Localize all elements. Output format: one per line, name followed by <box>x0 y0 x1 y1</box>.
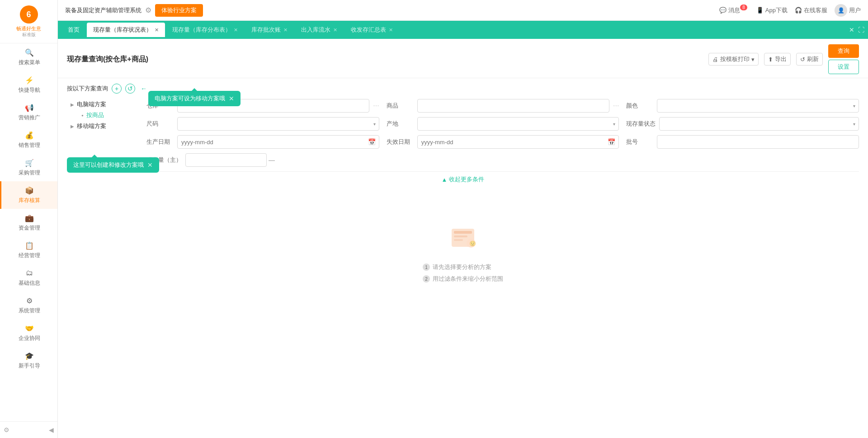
logo-area: 6 畅通好生意 标准版 <box>0 0 57 43</box>
scheme-popover1-text: 电脑方案可设为移动方案哦 <box>155 94 225 103</box>
batch-no-label: 批号 <box>626 138 653 146</box>
tab-batch-close[interactable]: ✕ <box>283 27 288 33</box>
inv-main-min[interactable] <box>185 153 267 167</box>
scheme-pc[interactable]: ▶ 电脑端方案 <box>67 99 139 110</box>
sidebar-item-basic[interactable]: 🗂 基础信息 <box>0 264 57 292</box>
tab-bar: 首页 现存量（库存状况表） ✕ 现存量（库存分布表） ✕ 库存批次账 ✕ 出入库… <box>58 21 868 39</box>
filter-row-1: 仓库 ··· 商品 ··· 颜色 <box>146 99 859 113</box>
scheme-mobile[interactable]: ▶ 移动端方案 <box>67 121 139 132</box>
collapse-btn[interactable]: ▲ 收起更多条件 <box>67 171 859 187</box>
sidebar-item-operation[interactable]: 📋 经营管理 <box>0 236 57 264</box>
export-button[interactable]: ⬆ 导出 <box>764 53 791 66</box>
exp-date-input[interactable] <box>417 135 619 149</box>
empty-state: 😟 1 请先选择要分析的方案 2 用过滤条件来缩小分析范围 <box>58 193 868 314</box>
color-select[interactable] <box>657 99 859 113</box>
sidebar-item-marketing[interactable]: 📢 营销推广 <box>0 99 57 126</box>
finance-icon: 💼 <box>25 213 34 222</box>
marketing-icon: 📢 <box>25 103 34 112</box>
avatar: 👤 <box>835 4 847 17</box>
experience-button[interactable]: 体验行业方案 <box>155 4 203 17</box>
step-1-text: 请先选择要分析的方案 <box>433 263 491 271</box>
quicknav-icon: ⚡ <box>25 75 34 85</box>
tab-batch[interactable]: 库存批次账 ✕ <box>245 23 294 37</box>
main-content: 装备及固定资产辅助管理系统 ⚙ 体验行业方案 💬 消息 8 📱 App下载 🎧 … <box>58 0 868 438</box>
step-2-text: 用过滤条件来缩小分析范围 <box>433 275 503 283</box>
tab-inventory-dist[interactable]: 现存量（库存分布表） ✕ <box>166 23 244 37</box>
filter-area: 按以下方案查询 + ↺ ← 电脑方案可设为移动方案哦 ✕ 这里可以创建和修改方案… <box>58 78 868 193</box>
system-title: 装备及固定资产辅助管理系统 <box>65 6 142 14</box>
svg-rect-1 <box>454 231 472 234</box>
tab-inout-label: 出入库流水 <box>301 26 330 34</box>
filter-row-4: 现存量（主） — <box>146 153 859 167</box>
print-icon: 🖨 <box>712 56 718 63</box>
warehouse-dots[interactable]: ··· <box>373 102 379 110</box>
user-action[interactable]: 👤 用户 <box>835 4 861 17</box>
settings-bottom-icon[interactable]: ⚙ <box>4 426 9 433</box>
app-download-action[interactable]: 📱 App下载 <box>756 6 788 14</box>
collapse-sidebar-icon[interactable]: ◀ <box>49 426 54 433</box>
sidebar-item-quicknav[interactable]: ⚡ 快捷导航 <box>0 71 57 99</box>
content-area: 现存量查询(按仓库+商品) 🖨 按模板打印 ▾ ⬆ 导出 ↺ 刷新 查询 设置 <box>58 39 868 438</box>
origin-select[interactable] <box>417 117 619 131</box>
notification-badge: 8 <box>740 5 747 10</box>
sidebar-item-enterprise[interactable]: 🤝 企业协同 <box>0 319 57 347</box>
print-button[interactable]: 🖨 按模板打印 ▾ <box>708 53 759 66</box>
tab-inout[interactable]: 出入库流水 ✕ <box>295 23 344 37</box>
step-num-1: 1 <box>423 264 430 271</box>
sidebar-item-finance[interactable]: 💼 资金管理 <box>0 209 57 236</box>
goods-label: 商品 <box>387 102 414 110</box>
tab-inventory-status-close[interactable]: ✕ <box>155 27 159 33</box>
tab-maximize-icon[interactable]: ⛶ <box>858 26 864 33</box>
filter-prod-date: 生产日期 📅 <box>146 135 379 149</box>
message-action[interactable]: 💬 消息 8 <box>719 6 749 14</box>
tab-summary[interactable]: 收发存汇总表 ✕ <box>344 23 399 37</box>
scheme-popover2-close[interactable]: ✕ <box>147 161 153 169</box>
batch-no-input[interactable] <box>657 135 859 149</box>
inventory-icon: 📦 <box>25 186 34 195</box>
export-icon: ⬆ <box>768 56 773 63</box>
print-dropdown-icon: ▾ <box>751 56 755 63</box>
collapse-label: 收起更多条件 <box>449 175 484 184</box>
tab-close-all-icon[interactable]: ✕ <box>849 26 854 33</box>
search-icon: 🔍 <box>25 48 34 57</box>
inv-main-range: — <box>185 153 859 167</box>
header-settings-icon[interactable]: ⚙ <box>145 6 151 14</box>
tab-home[interactable]: 首页 <box>61 23 86 37</box>
scheme-pc-sub[interactable]: ● 按商品 <box>67 110 139 121</box>
search-button[interactable]: 查询 <box>828 44 859 58</box>
sidebar-item-sales[interactable]: 💰 销售管理 <box>0 126 57 154</box>
online-service-action[interactable]: 🎧 在线客服 <box>795 6 827 14</box>
tab-summary-close[interactable]: ✕ <box>389 27 393 33</box>
size-select[interactable] <box>177 117 379 131</box>
page-title: 现存量查询(按仓库+商品) <box>67 55 148 64</box>
tab-inventory-dist-close[interactable]: ✕ <box>234 27 238 33</box>
origin-select-wrap: ▾ <box>417 117 619 131</box>
goods-dots[interactable]: ··· <box>613 102 619 110</box>
sidebar-item-search[interactable]: 🔍 搜索菜单 <box>0 43 57 71</box>
inv-status-label: 现存量状态 <box>626 120 656 128</box>
reset-button[interactable]: 设置 <box>828 60 859 74</box>
sidebar-item-purchase[interactable]: 🛒 采购管理 <box>0 154 57 181</box>
goods-input[interactable] <box>417 99 609 113</box>
sidebar-menu: 🔍 搜索菜单 ⚡ 快捷导航 📢 营销推广 💰 销售管理 🛒 采购管理 📦 库存核… <box>0 43 57 421</box>
page-header: 现存量查询(按仓库+商品) 🖨 按模板打印 ▾ ⬆ 导出 ↺ 刷新 查询 设置 <box>58 39 868 78</box>
add-scheme-btn[interactable]: + <box>112 84 122 94</box>
filter-label: 按以下方案查询 <box>67 85 108 93</box>
arrow-btn[interactable]: ← <box>139 84 149 94</box>
size-label: 尺码 <box>146 120 174 128</box>
tab-batch-label: 库存批次账 <box>251 26 281 34</box>
sidebar-item-inventory[interactable]: 📦 库存核算 <box>0 181 57 209</box>
empty-steps: 1 请先选择要分析的方案 2 用过滤条件来缩小分析范围 <box>423 263 503 287</box>
basic-icon: 🗂 <box>25 268 34 278</box>
refresh-scheme-btn[interactable]: ↺ <box>125 84 135 94</box>
sidebar-item-guide[interactable]: 🎓 新手引导 <box>0 347 57 374</box>
refresh-button[interactable]: ↺ 刷新 <box>796 53 823 66</box>
prod-date-input[interactable] <box>177 135 379 149</box>
tab-inventory-status[interactable]: 现存量（库存状况表） ✕ <box>87 23 165 37</box>
system-icon: ⚙ <box>25 296 34 305</box>
inv-status-select[interactable] <box>659 117 859 131</box>
sidebar-item-system[interactable]: ⚙ 系统管理 <box>0 292 57 319</box>
scheme-popover1-close[interactable]: ✕ <box>229 95 234 102</box>
filter-color: 颜色 ▾ <box>626 99 859 113</box>
tab-inout-close[interactable]: ✕ <box>333 27 337 33</box>
